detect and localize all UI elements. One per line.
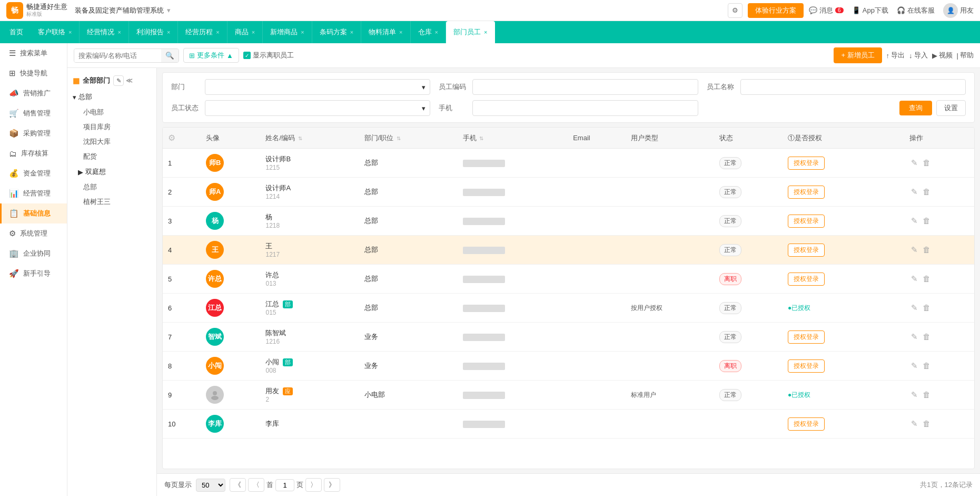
delete-icon[interactable]: 🗑 bbox=[923, 158, 930, 167]
sidebar-item-finance[interactable]: 💰 资金管理 bbox=[0, 163, 67, 183]
export-button[interactable]: ↑ 导出 bbox=[886, 51, 905, 60]
help-button[interactable]: | 帮助 bbox=[957, 51, 974, 60]
sidebar-item-inventory[interactable]: 🗂 库存核算 bbox=[0, 143, 67, 163]
auth-button[interactable]: 授权登录 bbox=[788, 157, 825, 170]
auth-button[interactable]: 授权登录 bbox=[788, 215, 825, 228]
dept-item-xiaodian[interactable]: 小电部 bbox=[67, 105, 156, 120]
more-filter-btn[interactable]: ⊞ 更多条件 ▲ bbox=[183, 48, 239, 63]
edit-icon[interactable]: ✎ bbox=[911, 303, 918, 312]
auth-button[interactable]: 授权登录 bbox=[788, 359, 825, 373]
last-page-btn[interactable]: 》 bbox=[324, 478, 340, 492]
col-phone[interactable]: 手机 ⇅ bbox=[458, 128, 568, 149]
row-usertype bbox=[626, 178, 714, 207]
online-service-btn[interactable]: 🎧 在线客服 bbox=[897, 6, 935, 15]
col-gear[interactable]: ⚙ bbox=[163, 128, 201, 149]
edit-icon[interactable]: ✎ bbox=[911, 390, 918, 399]
auth-button[interactable]: 授权登录 bbox=[788, 417, 825, 431]
delete-icon[interactable]: 🗑 bbox=[923, 361, 930, 370]
auth-button[interactable]: 授权登录 bbox=[788, 330, 825, 344]
row-email bbox=[568, 381, 626, 410]
nav-tab-bom[interactable]: 物料清单 × bbox=[361, 21, 410, 43]
emp-code-input[interactable] bbox=[472, 79, 698, 95]
nav-tab-warehouse[interactable]: 仓库 × bbox=[411, 21, 446, 43]
gear-button[interactable]: ⚙ bbox=[728, 3, 743, 18]
nav-tab-barcode[interactable]: 条码方案 × bbox=[312, 21, 361, 43]
edit-icon[interactable]: ✎ bbox=[911, 216, 918, 225]
col-dept[interactable]: 部门/职位 ⇅ bbox=[359, 128, 458, 149]
search-button[interactable]: 🔍 bbox=[161, 49, 179, 62]
dept-item-zhishu[interactable]: 植树王三 bbox=[67, 194, 156, 209]
view-button[interactable]: ▶ 视频 bbox=[932, 51, 953, 60]
service-icon: 🎧 bbox=[897, 6, 905, 14]
nav-tab-new-goods[interactable]: 新增商品 × bbox=[263, 21, 312, 43]
add-employee-button[interactable]: + 新增员工 bbox=[834, 47, 882, 63]
dept-item-project[interactable]: 项目库房 bbox=[67, 120, 156, 134]
dept-item-shuanting[interactable]: ▶ 双庭想 bbox=[67, 164, 156, 180]
sidebar-item-operations-mgr[interactable]: 📊 经营管理 bbox=[0, 183, 67, 203]
search-input[interactable] bbox=[74, 49, 161, 62]
edit-icon[interactable]: ✎ bbox=[911, 419, 918, 428]
show-former-toggle[interactable]: ✓ 显示离职员工 bbox=[243, 51, 294, 60]
sidebar-item-system[interactable]: ⚙ 系统管理 bbox=[0, 223, 67, 244]
dept-item-distribution[interactable]: 配货 bbox=[67, 149, 156, 164]
delete-icon[interactable]: 🗑 bbox=[923, 419, 930, 428]
emp-name-input[interactable] bbox=[740, 79, 966, 95]
delete-icon[interactable]: 🗑 bbox=[923, 216, 930, 225]
dept-select[interactable]: ▾ bbox=[205, 79, 430, 95]
prev-page-btn[interactable]: 〈 bbox=[248, 478, 264, 492]
query-button[interactable]: 查询 bbox=[899, 101, 932, 115]
delete-icon[interactable]: 🗑 bbox=[923, 274, 930, 283]
delete-icon[interactable]: 🗑 bbox=[923, 332, 930, 341]
dept-edit-icon[interactable]: ✎ bbox=[113, 75, 124, 86]
edit-icon[interactable]: ✎ bbox=[911, 361, 918, 370]
collapse-btn[interactable]: ≪ bbox=[126, 77, 133, 84]
delete-icon[interactable]: 🗑 bbox=[923, 187, 930, 196]
page-input[interactable] bbox=[275, 479, 294, 491]
edit-icon[interactable]: ✎ bbox=[911, 245, 918, 254]
auth-button[interactable]: 授权登录 bbox=[788, 186, 825, 199]
row-empty bbox=[882, 265, 904, 294]
checkbox-icon: ✓ bbox=[243, 52, 251, 59]
nav-tab-history[interactable]: 经营历程 × bbox=[178, 21, 227, 43]
edit-icon[interactable]: ✎ bbox=[911, 158, 918, 167]
reset-button[interactable]: 设置 bbox=[936, 100, 966, 116]
page-size-select[interactable]: 50 100 bbox=[196, 479, 225, 492]
row-status: 离职 bbox=[714, 352, 783, 381]
sidebar-item-guide[interactable]: 🚀 新手引导 bbox=[0, 264, 67, 284]
trial-button[interactable]: 体验行业方案 bbox=[748, 3, 804, 18]
sidebar-item-marketing[interactable]: 📣 营销推广 bbox=[0, 83, 67, 103]
dept-item-hq2[interactable]: 总部 bbox=[67, 180, 156, 194]
delete-icon[interactable]: 🗑 bbox=[923, 390, 930, 399]
edit-icon[interactable]: ✎ bbox=[911, 187, 918, 196]
delete-icon[interactable]: 🗑 bbox=[923, 303, 930, 312]
import-button[interactable]: ↓ 导入 bbox=[909, 51, 928, 60]
nav-tab-dept-staff[interactable]: 部门员工 × bbox=[446, 21, 495, 43]
col-name[interactable]: 姓名/编码 ⇅ bbox=[260, 128, 359, 149]
first-page-btn[interactable]: 《 bbox=[230, 478, 246, 492]
auth-button[interactable]: 授权登录 bbox=[788, 273, 825, 286]
nav-tab-operations[interactable]: 经营情况 × bbox=[80, 21, 128, 43]
user-menu[interactable]: 👤 用友 bbox=[943, 3, 974, 18]
emp-status-select[interactable]: ▾ bbox=[205, 100, 430, 116]
nav-tab-customer[interactable]: 客户联络 × bbox=[31, 21, 80, 43]
edit-icon[interactable]: ✎ bbox=[911, 332, 918, 341]
sidebar-item-purchase[interactable]: 📦 采购管理 bbox=[0, 123, 67, 143]
message-btn[interactable]: 💬 消息 6 bbox=[809, 6, 844, 15]
auth-button[interactable]: 授权登录 bbox=[788, 244, 825, 257]
sidebar-item-search[interactable]: ☰ 搜索菜单 bbox=[0, 43, 67, 63]
sidebar-item-basic[interactable]: 📋 基础信息 bbox=[0, 203, 67, 223]
delete-icon[interactable]: 🗑 bbox=[923, 245, 930, 254]
next-page-btn[interactable]: 〉 bbox=[305, 478, 322, 492]
nav-tab-home[interactable]: 首页 bbox=[2, 21, 31, 43]
phone-input[interactable] bbox=[472, 100, 698, 116]
dept-item-shenyang[interactable]: 沈阳大库 bbox=[67, 134, 156, 149]
dept-group-label-hq[interactable]: ▾ 总部 bbox=[67, 89, 156, 105]
nav-tab-profit[interactable]: 利润报告 × bbox=[129, 21, 178, 43]
row-phone bbox=[458, 323, 568, 352]
nav-tab-goods[interactable]: 商品 × bbox=[227, 21, 263, 43]
edit-icon[interactable]: ✎ bbox=[911, 274, 918, 283]
app-download-btn[interactable]: 📱 App下载 bbox=[852, 6, 888, 15]
sidebar-item-enterprise[interactable]: 🏢 企业协同 bbox=[0, 244, 67, 264]
sidebar-item-shortcut[interactable]: ⊞ 快捷导航 bbox=[0, 63, 67, 83]
sidebar-item-sales[interactable]: 🛒 销售管理 bbox=[0, 103, 67, 123]
